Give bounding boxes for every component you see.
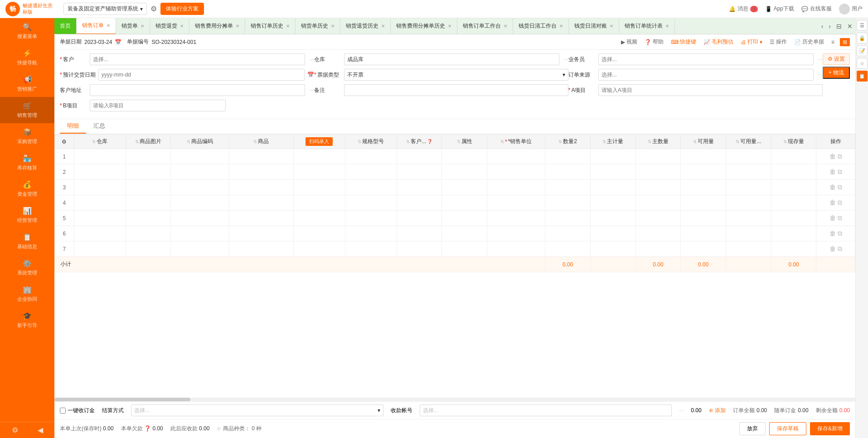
quick-pay-label[interactable]: 一键收订金 [60, 407, 95, 414]
th-product[interactable]: ⇅商品 [229, 135, 293, 149]
cell-2-4[interactable] [293, 164, 345, 180]
cell-4-11[interactable] [635, 195, 681, 211]
cell-3-10[interactable] [590, 180, 635, 195]
tab-home[interactable]: 首页 [54, 18, 77, 34]
right-btn-5[interactable]: 📋 [857, 71, 868, 82]
tab-close-expense-history[interactable]: ✕ [448, 24, 451, 29]
cell-4-12[interactable] [681, 195, 726, 211]
cell-7-7[interactable] [442, 241, 487, 257]
cell-3-3[interactable] [229, 180, 293, 195]
cell-5-6[interactable] [397, 211, 442, 226]
cell-4-10[interactable] [590, 195, 635, 211]
copy-icon-3[interactable]: ⧉ [838, 183, 842, 191]
sidebar-item-purchase[interactable]: 📦采购管理 [0, 123, 54, 149]
cell-7-10[interactable] [590, 241, 635, 257]
cell-1-7[interactable] [442, 149, 487, 164]
tab-close-all-btn[interactable]: ✕ [844, 18, 855, 34]
delete-icon-5[interactable]: 🗑 [829, 214, 836, 222]
sidebar-item-inventory[interactable]: 🏪库存核算 [0, 149, 54, 176]
cell-3-11[interactable] [635, 180, 681, 195]
cell-5-13[interactable] [726, 211, 771, 226]
tab-summary[interactable]: 汇总 [86, 119, 112, 134]
tab-sales-return-history[interactable]: 销货单历史✕ [296, 18, 340, 34]
cell-5-12[interactable] [681, 211, 726, 226]
cell-5-2[interactable] [171, 211, 229, 226]
cell-1-11[interactable] [635, 149, 681, 164]
settings-bottom-btn[interactable]: ⚙ [12, 426, 18, 434]
cell-6-13[interactable] [726, 226, 771, 241]
cell-5-1[interactable] [126, 211, 171, 226]
settings-config-btn[interactable]: ⚙ 设置 [823, 53, 850, 65]
operations-btn[interactable]: ☰ 操作 [768, 37, 789, 47]
tab-close-sales-order[interactable]: ✕ [107, 23, 110, 28]
cell-5-3[interactable] [229, 211, 293, 226]
cell-1-9[interactable] [545, 149, 591, 164]
draft-btn[interactable]: 保存草稿 [769, 422, 806, 435]
user-avatar[interactable]: 用户 [839, 4, 863, 14]
cell-4-1[interactable] [126, 195, 171, 211]
delete-icon-4[interactable]: 🗑 [829, 199, 836, 207]
layout-grid-btn[interactable]: ⊞ [840, 38, 850, 46]
cell-2-12[interactable] [681, 164, 726, 180]
cell-1-2[interactable] [171, 149, 229, 164]
right-btn-4[interactable]: ☆ [857, 58, 868, 69]
cell-1-8[interactable] [487, 149, 545, 164]
print-btn[interactable]: 🖨 打印 ▾ [739, 37, 764, 47]
order-source-dots[interactable]: ··· [818, 72, 823, 78]
online-service-btn[interactable]: 💬 在线客服 [801, 5, 832, 13]
th-settings[interactable]: ⚙ [55, 135, 74, 149]
cell-6-11[interactable] [635, 226, 681, 241]
discard-btn[interactable]: 放弃 [739, 422, 766, 435]
cell-1-10[interactable] [590, 149, 635, 164]
cell-2-5[interactable] [345, 164, 397, 180]
cell-2-9[interactable] [545, 164, 591, 180]
project-a-input[interactable] [598, 84, 823, 96]
cell-5-8[interactable] [487, 211, 545, 226]
cell-5-7[interactable] [442, 211, 487, 226]
cell-7-14[interactable] [771, 241, 816, 257]
sidebar-item-search[interactable]: 🔍搜索菜单 [0, 18, 54, 44]
calendar-icon[interactable]: 📅 [115, 39, 121, 45]
sidebar-item-marketing[interactable]: 📢营销推广 [0, 71, 54, 97]
sidebar-item-basic[interactable]: 📋基础信息 [0, 228, 54, 255]
cell-6-9[interactable] [545, 226, 591, 241]
invoice-select[interactable]: 不开票 ▾ [344, 69, 568, 81]
th-main-unit[interactable]: ⇅主计量 [590, 135, 635, 149]
cell-5-10[interactable] [590, 211, 635, 226]
delete-icon-7[interactable]: 🗑 [829, 245, 836, 253]
cell-2-3[interactable] [229, 164, 293, 180]
tab-close-sales-stats[interactable]: ✕ [665, 24, 669, 29]
cell-5-5[interactable] [345, 211, 397, 226]
cell-1-1[interactable] [126, 149, 171, 164]
cell-4-7[interactable] [442, 195, 487, 211]
th-warehouse[interactable]: ⇅仓库 [74, 135, 126, 149]
history-btn[interactable]: 📄 历史单据 [792, 37, 826, 47]
tab-money-reconcile[interactable]: 钱货日清对账✕ [569, 18, 619, 34]
cell-5-0[interactable] [74, 211, 126, 226]
cell-7-12[interactable] [681, 241, 726, 257]
dots-receipt[interactable]: ··· [679, 407, 684, 414]
address-input[interactable] [90, 84, 305, 96]
th-main-qty[interactable]: ⇅主数量 [635, 135, 681, 149]
cell-7-3[interactable] [229, 241, 293, 257]
profit-btn[interactable]: 📈 毛利预估 [702, 37, 735, 47]
sidebar-item-enterprise[interactable]: 🏢企业协同 [0, 281, 54, 307]
cell-4-0[interactable] [74, 195, 126, 211]
cell-6-7[interactable] [442, 226, 487, 241]
th-qty2[interactable]: ⇅数量2 [545, 135, 591, 149]
customer-input[interactable] [90, 53, 305, 65]
sidebar-item-system[interactable]: ⚙️系统管理 [0, 255, 54, 281]
right-btn-2[interactable]: 🔒 [857, 33, 868, 43]
help-btn[interactable]: ❓ 帮助 [643, 37, 665, 47]
copy-icon-7[interactable]: ⧉ [838, 245, 842, 253]
cell-2-13[interactable] [726, 164, 771, 180]
th-customer-code[interactable]: ⇅客户... ❓ [397, 135, 442, 149]
cell-6-8[interactable] [487, 226, 545, 241]
cell-4-2[interactable] [171, 195, 229, 211]
cell-2-6[interactable] [397, 164, 442, 180]
cell-6-5[interactable] [345, 226, 397, 241]
tab-expense-history[interactable]: 销售费用分摊单历史✕ [391, 18, 457, 34]
cell-4-13[interactable] [726, 195, 771, 211]
copy-icon-1[interactable]: ⧉ [838, 153, 842, 160]
copy-icon-6[interactable]: ⧉ [838, 230, 842, 237]
